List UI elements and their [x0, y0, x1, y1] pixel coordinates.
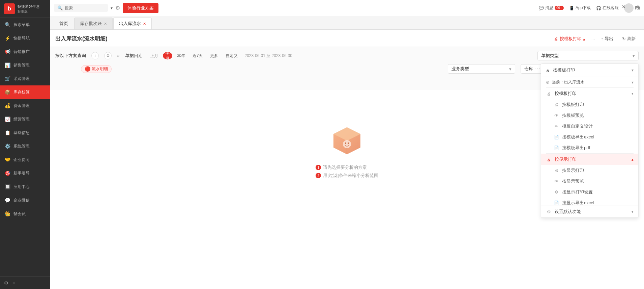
tip-num-2: 2: [316, 173, 321, 178]
sidebar-item-label: 应用中心: [13, 184, 30, 190]
sidebar-logo: b 畅捷通好生意 标准版: [0, 0, 50, 18]
online-service-btn[interactable]: 🎧 在线客服: [596, 5, 619, 11]
date-btn-7days[interactable]: 近7天: [190, 52, 206, 59]
tab-inout-flow[interactable]: 出入库流水 ✕: [113, 18, 152, 29]
close-window-btn[interactable]: ✕: [617, 0, 631, 14]
date-section: 单据日期 上月 本月 本年 近7天 更多 自定义 2023-06-01 至 20…: [125, 52, 292, 59]
date-btn-this-month[interactable]: 本月: [163, 52, 172, 59]
gear-icon: ⚙️: [4, 143, 11, 150]
sidebar-item-guide[interactable]: 🎯 新手引导: [0, 166, 50, 180]
receipt-tag[interactable]: 🔴 流水明细: [81, 65, 112, 73]
receipt-type-select[interactable]: 单据类型 ▾: [537, 51, 639, 60]
date-btn-last-month[interactable]: 上月: [147, 52, 161, 59]
refresh-btn[interactable]: ↻ 刷新: [619, 34, 639, 43]
online-service-label: 在线客服: [603, 5, 619, 11]
sidebar-item-quick-nav[interactable]: ⚡ 快捷导航: [0, 31, 50, 45]
date-btn-this-year[interactable]: 本年: [174, 52, 188, 59]
grid-icon: 🔲: [4, 183, 11, 190]
message-badge: 99+: [555, 6, 564, 10]
dp-current-item[interactable]: ⊙ 当前：出入库流水 ▾: [541, 77, 638, 87]
dp-footer[interactable]: ⚙ 设置默认功能 ▾: [541, 206, 638, 217]
tab-home[interactable]: 首页: [54, 18, 74, 29]
industry-btn[interactable]: 体验行业方案: [123, 3, 158, 13]
dp-display-print-settings-item[interactable]: ⚙ 按显示打印设置: [541, 187, 638, 198]
sidebar-item-inventory[interactable]: 📦 库存核算: [0, 85, 50, 99]
tab-batch-account[interactable]: 库存批次账 ✕: [74, 18, 113, 29]
app-name: 畅捷通好生意 标准版: [18, 4, 40, 13]
app-logo-icon: b: [4, 3, 15, 14]
dp-template-excel-item[interactable]: 📄 按模板导出excel: [541, 132, 638, 142]
sidebar-item-label: 企业协同: [13, 157, 30, 163]
dp-template-print-item[interactable]: 🖨 按模板打印: [541, 99, 638, 110]
message-btn[interactable]: 💬 消息 99+: [539, 5, 564, 11]
printer-icon-disp: 🖨: [553, 167, 559, 174]
sidebar-item-system[interactable]: ⚙️ 系统管理: [0, 139, 50, 153]
business-type-select[interactable]: 业务类型 ▾: [448, 64, 515, 74]
receipt-tag-label: 流水明细: [92, 66, 108, 72]
tab-home-label: 首页: [59, 21, 68, 27]
tab-close-inout-flow[interactable]: ✕: [143, 22, 146, 26]
sidebar-item-finance[interactable]: 💰 资金管理: [0, 99, 50, 112]
message-label: 消息: [545, 5, 553, 11]
sidebar-item-purchase[interactable]: 🛒 采购管理: [0, 72, 50, 85]
sidebar-item-operations[interactable]: 📈 经营管理: [0, 112, 50, 126]
crown-icon: 👑: [4, 210, 11, 217]
print-template-btn[interactable]: 🖨 按模板打印 ▴: [551, 34, 588, 43]
sidebar-item-app-center[interactable]: 🔲 应用中心: [0, 180, 50, 193]
current-arrow: ▾: [632, 80, 634, 85]
dp-display-excel-item[interactable]: 📄 按显示导出excel: [541, 198, 638, 206]
filter-collapse-icon[interactable]: «: [117, 53, 120, 58]
dp-display-preview-item[interactable]: 👁 按显示预览: [541, 176, 638, 187]
dp-footer-arrow-icon: ▾: [632, 210, 634, 214]
date-btn-custom[interactable]: 自定义: [223, 52, 240, 59]
filter-row-1: 按以下方案查询 + ⚙ « 单据日期 上月 本月 本年 近7天 更多 自定义 2…: [55, 51, 639, 60]
template-print-section[interactable]: 🖨 按模板打印 ▾: [541, 88, 638, 99]
search-box[interactable]: 🔍: [54, 4, 108, 12]
tabs-bar: 首页 库存批次账 ✕ 出入库流水 ✕: [50, 16, 644, 30]
eye-icon-disp: 👁: [553, 178, 559, 184]
tab-close-batch-account[interactable]: ✕: [104, 22, 107, 26]
filter-gear-btn[interactable]: ⚙: [104, 52, 112, 59]
topbar-gear-icon[interactable]: ⚙: [115, 5, 120, 11]
app-download-btn[interactable]: 📱 App下载: [569, 5, 591, 11]
sidebar-item-sales[interactable]: 📊 销售管理: [0, 58, 50, 72]
dp-display-print-item[interactable]: 🖨 按显示打印: [541, 165, 638, 176]
cart-icon: 🛒: [4, 75, 11, 82]
date-btn-more[interactable]: 更多: [207, 52, 221, 59]
sidebar-item-cooperation[interactable]: 🤝 企业协同: [0, 153, 50, 166]
dp-header[interactable]: 🖨 按模板打印 ▾: [541, 64, 638, 77]
list-icon: 📋: [4, 129, 11, 136]
display-print-section-header[interactable]: 🖨 按显示打印 ▴: [541, 154, 638, 165]
search-input[interactable]: [65, 6, 98, 10]
dp-template-pdf-item[interactable]: 📄 按模板导出pdf: [541, 142, 638, 153]
sidebar-item-search[interactable]: 🔍 搜索菜单: [0, 18, 50, 31]
chevron-down-icon: ▾: [111, 6, 113, 10]
sidebar-item-label: 新手引导: [13, 170, 30, 176]
more-options-icon[interactable]: ···: [534, 66, 541, 72]
template-print-label: 按模板打印: [555, 90, 577, 97]
sidebar-item-label: 经营管理: [13, 116, 30, 122]
sidebar-item-marketing[interactable]: 📢 营销推广: [0, 45, 50, 58]
dp-template-custom-item[interactable]: ✏ 模板自定义设计: [541, 121, 638, 132]
dp-header-icon: 🖨: [546, 68, 550, 73]
sidebar-item-label: 资金管理: [13, 103, 30, 109]
download-icon: 📱: [569, 6, 574, 10]
empty-tips: 1 请先选择要分析的方案 2 用[过滤]条件来缩小分析范围: [316, 164, 378, 181]
export-btn[interactable]: ↑ 导出: [598, 34, 616, 43]
dp-template-preview-item[interactable]: 👁 按模板预览: [541, 110, 638, 121]
print-template-label: 按模板打印: [560, 36, 582, 42]
tip-num-1: 1: [316, 165, 321, 170]
display-print-section: 🖨 按显示打印 ▴ 🖨 按显示打印 👁 按显示预览: [541, 154, 638, 206]
filter-add-btn[interactable]: +: [91, 52, 99, 59]
display-printer-icon: 🖨: [546, 156, 552, 162]
sidebar-item-label: 营销推广: [13, 49, 30, 55]
sidebar-item-basic-info[interactable]: 📋 基础信息: [0, 126, 50, 139]
maximize-window-btn[interactable]: ⤢: [631, 0, 644, 14]
sidebar-item-wechat[interactable]: 💬 企业微信: [0, 193, 50, 207]
sidebar-item-vip[interactable]: 👑 畅会员: [0, 207, 50, 220]
collapse-menu-icon[interactable]: ≡: [12, 280, 15, 286]
settings-icon[interactable]: ⚙: [4, 280, 8, 286]
handshake-icon: 🤝: [4, 156, 11, 163]
topbar-dropdown[interactable]: ▾: [111, 6, 113, 10]
date-range-text: 2023-06-01 至 2023-06-30: [244, 53, 292, 59]
